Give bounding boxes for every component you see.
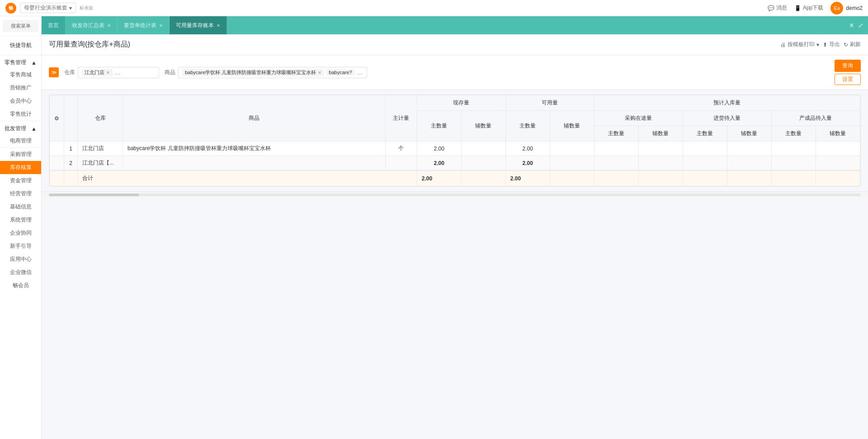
tab-order-stats[interactable]: 要货单统计表 ✕ [118, 16, 170, 34]
th-products-pending: 产成品待入量 [771, 111, 860, 126]
row1-warehouse: 江北门店 [78, 142, 123, 156]
page-header-actions: 🖨 按模板打印 ▾ ⬆ 导出 ↻ 刷新 [780, 41, 861, 48]
sidebar-header-retail[interactable]: 零售管理 ▲ [0, 55, 41, 68]
row1-unit: 个 [385, 142, 417, 156]
sidebar-item-finance[interactable]: 资金管理 [0, 174, 41, 187]
query-btn[interactable]: 查询 [835, 60, 861, 72]
close-window-icon[interactable]: ✕ [849, 22, 854, 29]
th-pt-aux: 辅数量 [638, 126, 683, 142]
top-bar-left: 畅 母婴行业演示账套 ▾ 标准版 [5, 3, 93, 14]
footer-avail-aux [550, 170, 594, 186]
refresh-btn[interactable]: ↻ 刷新 [844, 41, 861, 48]
th-rownum [64, 95, 78, 142]
row2-avail-aux [550, 156, 594, 171]
row2-gear[interactable] [50, 156, 64, 171]
sidebar-item-operations[interactable]: 经营管理 [0, 187, 41, 200]
sidebar-item-ecommerce[interactable]: 电商管理 [0, 134, 41, 147]
sidebar-item-retail-mall[interactable]: 零售商城 [0, 68, 41, 81]
row1-num: 1 [64, 142, 78, 156]
main-layout: 搜索菜单 快捷导航 零售管理 ▲ 零售商城 营销推广 会员中心 零售统计 批发管… [0, 16, 868, 439]
th-product: 商品 [123, 95, 386, 142]
tab-close-available[interactable]: ✕ [217, 23, 220, 28]
warehouse-more-icon[interactable]: … [114, 69, 121, 76]
sidebar-item-marketing[interactable]: 营销推广 [0, 81, 41, 94]
sidebar-item-vip[interactable]: 畅会员 [0, 279, 41, 292]
tab-collection-summary[interactable]: 收发存汇总表 ✕ [66, 16, 118, 34]
th-ip-main: 主数量 [683, 126, 727, 142]
product-label: 商品 [165, 69, 175, 76]
warehouse-tag-close[interactable]: ✕ [106, 70, 110, 75]
sidebar-item-app-center[interactable]: 应用中心 [0, 253, 41, 266]
footer-pt-aux [638, 170, 683, 186]
message-btn[interactable]: 💬 消息 [768, 4, 787, 12]
tab-home[interactable]: 首页 [42, 16, 66, 34]
sidebar-header-wholesale[interactable]: 批发管理 ▲ [0, 121, 41, 134]
row1-stock-main: 2.00 [417, 142, 461, 156]
row1-stock-aux [461, 142, 505, 156]
chevron-icon2: ▲ [31, 126, 37, 132]
warehouse-tag: 江北门店 ✕ [82, 69, 113, 76]
row2-avail-main: 2.00 [505, 156, 550, 171]
product-tag1: babycare学饮杯 儿童防摔防撞吸管杯重力球吸嘴杯宝宝水杯 ✕ [182, 69, 324, 76]
company-selector[interactable]: 母婴行业演示账套 ▾ [20, 3, 76, 13]
row1-gear[interactable] [50, 142, 64, 156]
footer-pt-main [594, 170, 638, 186]
th-pp-main: 主数量 [771, 126, 816, 142]
export-btn[interactable]: ⬆ 导出 [823, 41, 840, 48]
sidebar-item-inventory[interactable]: 库存核算 [0, 161, 41, 174]
app-icon: 📱 [794, 5, 801, 11]
search-menu-btn[interactable]: 搜索菜单 [3, 20, 38, 32]
scroll-track[interactable] [49, 194, 861, 196]
tab-bar-right: ✕ ⤢ [849, 22, 868, 29]
sidebar-item-retail-stats[interactable]: 零售统计 [0, 108, 41, 121]
row1-avail-aux [550, 142, 594, 156]
page-content: 可用量查询(按仓库+商品) 🖨 按模板打印 ▾ ⬆ 导出 ↻ 刷新 [42, 34, 868, 439]
table-footer-row: 合计 2.00 2.00 [50, 170, 860, 186]
sidebar-item-member-center[interactable]: 会员中心 [0, 94, 41, 108]
settings-btn[interactable]: 设置 [835, 74, 861, 85]
th-avail-main: 主数量 [505, 111, 550, 142]
footer-stock-main: 2.00 [417, 170, 461, 186]
warehouse-input[interactable]: 江北门店 ✕ … [78, 67, 159, 78]
row2-warehouse: 江北门店【... [78, 156, 123, 171]
tab-close-order[interactable]: ✕ [159, 23, 163, 28]
sidebar-item-quicknav[interactable]: 快捷导航 [0, 39, 41, 52]
sidebar-item-system[interactable]: 系统管理 [0, 213, 41, 227]
tab-available-inventory[interactable]: 可用量库存账本 ✕ [170, 16, 227, 34]
sidebar-item-purchase[interactable]: 采购管理 [0, 148, 41, 161]
table-row: 2 江北门店【... 2.00 2.00 [50, 156, 860, 171]
tab-close-collection[interactable]: ✕ [107, 23, 111, 28]
product-input[interactable]: babycare学饮杯 儿童防摔防撞吸管杯重力球吸嘴杯宝宝水杯 ✕ babyca… [178, 67, 367, 78]
th-warehouse: 仓库 [78, 95, 123, 142]
chevron-down-icon: ▾ [69, 5, 72, 11]
th-gear[interactable]: ⚙ [50, 95, 64, 142]
message-icon: 💬 [768, 5, 774, 11]
template-print-btn[interactable]: 🖨 按模板打印 ▾ [780, 41, 819, 48]
sidebar-item-guide[interactable]: 新手引导 [0, 240, 41, 253]
expand-icon[interactable]: ⤢ [858, 22, 863, 29]
sidebar-item-basic-info[interactable]: 基础信息 [0, 200, 41, 213]
table-row: 1 江北门店 babycare学饮杯 儿童防摔防撞吸管杯重力球吸嘴杯宝宝水杯 个… [50, 142, 860, 156]
top-bar: 畅 母婴行业演示账套 ▾ 标准版 💬 消息 📱 App下载 Ea demo2 [0, 0, 868, 16]
row1-product: babycare学饮杯 儿童防摔防撞吸管杯重力球吸嘴杯宝宝水杯 [123, 142, 386, 156]
sidebar-item-enterprise[interactable]: 企业协同 [0, 227, 41, 240]
sidebar-quick-nav: 快捷导航 [0, 36, 41, 55]
data-table: ⚙ 仓库 商品 主计量 现存量 可用量 预计入库量 主数量 辅数量 [49, 95, 860, 186]
filter-actions: 查询 设置 [835, 60, 861, 85]
app-download-btn[interactable]: 📱 App下载 [794, 4, 823, 12]
chevron-icon: ▲ [31, 60, 37, 66]
expand-filter-btn[interactable]: ≫ [49, 67, 59, 77]
footer-stock-aux [461, 170, 505, 186]
content-area: 首页 收发存汇总表 ✕ 要货单统计表 ✕ 可用量库存账本 ✕ ✕ ⤢ [42, 16, 868, 439]
footer-gear [50, 170, 64, 186]
row1-ip-main [683, 142, 727, 156]
product-more-icon[interactable]: … [357, 69, 363, 76]
product-tag1-close[interactable]: ✕ [318, 70, 321, 75]
row2-stock-main: 2.00 [417, 156, 461, 171]
warehouse-label: 仓库 [64, 69, 75, 76]
filter-area: ≫ 仓库 江北门店 ✕ … 商品 babycare [42, 55, 868, 90]
sidebar-item-wechat[interactable]: 企业微信 [0, 266, 41, 279]
footer-pp-main [771, 170, 816, 186]
th-planned-inbound: 预计入库量 [594, 95, 860, 111]
scroll-thumb[interactable] [49, 194, 139, 196]
